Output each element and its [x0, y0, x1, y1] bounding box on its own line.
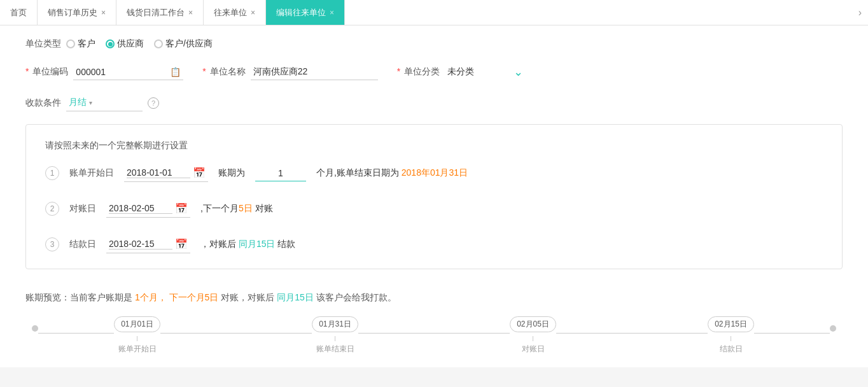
unit-type-group: 单位类型 客户 供应商 客户/供应商 [25, 38, 213, 50]
radio-customer-circle [66, 39, 75, 48]
radio-both[interactable]: 客户/供应商 [154, 38, 213, 50]
tab-sales-history[interactable]: 销售订单历史 × [38, 0, 116, 25]
timeline-node-3: 02月05日 [510, 316, 556, 341]
step-number-1: 1 [45, 166, 59, 180]
unit-category-group: * 单位分类 未分类 ⌄ [397, 62, 526, 81]
preview-middle: 对账，对账后 [221, 292, 274, 302]
timeline-line-1b [160, 333, 236, 334]
radio-supplier[interactable]: 供应商 [106, 38, 144, 50]
timeline-dot-end [830, 325, 836, 332]
timeline-segment-1: 01月01日 账单开始日 [38, 316, 236, 355]
step1-date-input[interactable] [127, 167, 190, 178]
timeline-node-2: 01月31日 [312, 316, 358, 341]
preview-section: 账期预览：当前客户账期是 1个月， 下一个月5日 对账，对账后 同月15日 该客… [25, 282, 843, 304]
timeline-node-4: 02月15日 [708, 316, 754, 341]
tab-more-button[interactable]: › [852, 0, 868, 25]
unit-type-row: 单位类型 客户 供应商 客户/供应商 [25, 38, 843, 50]
tab-edit-partner[interactable]: 编辑往来单位 × [266, 0, 345, 25]
tab-home[interactable]: 首页 [0, 0, 38, 25]
step3-calendar-icon[interactable]: 📅 [175, 238, 188, 250]
unit-type-label: 单位类型 [25, 38, 61, 50]
timeline-dot-start [32, 325, 38, 332]
payment-terms-chevron-icon: ▾ [89, 99, 92, 106]
timeline-badge-2: 01月31日 [312, 316, 358, 332]
unit-category-label: * 单位分类 [397, 66, 440, 78]
unit-name-group: * 单位名称 [202, 64, 377, 80]
step-number-3: 3 [45, 237, 59, 251]
payment-terms-select[interactable]: 月结 ▾ [66, 94, 143, 111]
step1-period-input[interactable] [255, 165, 306, 181]
timeline-line-2b [358, 333, 434, 334]
required-star-code: * [25, 66, 29, 76]
main-content: 单位类型 客户 供应商 客户/供应商 * 单位编码 [0, 25, 868, 367]
step3-date-input-wrapper: 📅 [106, 236, 190, 253]
preview-prefix: 账期预览：当前客户账期是 [25, 292, 132, 302]
preview-part3: 同月15日 [277, 292, 314, 302]
timeline-label-2: 账单结束日 [316, 344, 354, 355]
unit-name-label: * 单位名称 [202, 66, 245, 78]
tab-edit-partner-close[interactable]: × [330, 8, 334, 17]
step3-text: ，对账后 同月15日 结款 [200, 239, 295, 250]
unit-category-value: 未分类 [447, 66, 511, 78]
timeline-badge-4: 02月15日 [708, 316, 754, 332]
step-row-1: 1 账单开始日 📅 账期为 个月,账单结束日期为 2018年01月31日 [45, 164, 823, 182]
required-star-category: * [397, 66, 400, 76]
radio-supplier-label: 供应商 [117, 38, 144, 50]
timeline-node-1: 01月01日 [114, 316, 160, 341]
tab-sales-history-label: 销售订单历史 [48, 7, 97, 18]
timeline-line-3 [434, 333, 510, 334]
step2-text: ,下一个月5日 对账 [200, 203, 273, 215]
help-icon[interactable]: ? [148, 97, 159, 109]
step-number-2: 2 [45, 202, 59, 216]
unit-category-select[interactable]: 未分类 ⌄ [445, 62, 526, 81]
settings-panel: 请按照未来的一个完整帐期进行设置 1 账单开始日 📅 账期为 个月,账单结束日期… [25, 124, 843, 269]
step2-date-input-wrapper: 📅 [106, 200, 190, 218]
tab-sales-history-close[interactable]: × [101, 8, 106, 17]
payment-terms-row: 收款条件 月结 ▾ ? [25, 94, 843, 111]
tab-cash-work-close[interactable]: × [188, 8, 193, 17]
tab-cash-work-label: 钱货日清工作台 [127, 7, 185, 18]
step-label-2: 对账日 [69, 203, 96, 215]
radio-customer[interactable]: 客户 [66, 38, 95, 50]
step3-date-input[interactable] [109, 239, 172, 250]
copy-icon[interactable]: 📋 [170, 67, 181, 77]
tab-partner-units[interactable]: 往来单位 × [204, 0, 266, 25]
tab-partner-units-label: 往来单位 [214, 7, 247, 18]
timeline-label-1: 账单开始日 [118, 344, 157, 355]
unit-code-input[interactable] [76, 67, 165, 77]
timeline-start-dot [32, 316, 38, 332]
step1-suffix-label: 账期为 [218, 167, 245, 179]
payment-terms-value: 月结 [69, 97, 87, 108]
step2-calendar-icon[interactable]: 📅 [175, 202, 188, 215]
radio-group-unit-type: 客户 供应商 客户/供应商 [66, 38, 213, 50]
radio-both-circle [154, 39, 163, 48]
timeline-tick-4 [731, 336, 731, 341]
timeline-tick-3 [533, 336, 533, 341]
step-row-2: 2 对账日 📅 ,下一个月5日 对账 [45, 200, 823, 218]
timeline-line-4b [754, 333, 830, 334]
step2-date-input[interactable] [109, 203, 172, 214]
unit-code-input-wrapper: 📋 [73, 64, 183, 80]
step1-calendar-icon[interactable]: 📅 [193, 167, 206, 179]
preview-part2: 下一个月5日 [169, 292, 219, 302]
step-label-1: 账单开始日 [69, 167, 114, 179]
unit-name-input[interactable] [251, 64, 378, 80]
step-row-3: 3 结款日 📅 ，对账后 同月15日 结款 [45, 236, 823, 253]
radio-both-label: 客户/供应商 [165, 38, 213, 50]
timeline-line-4 [632, 333, 708, 334]
timeline-tick-1 [137, 336, 137, 341]
panel-title: 请按照未来的一个完整帐期进行设置 [45, 140, 823, 151]
timeline-line-1 [38, 333, 114, 334]
tab-cash-work[interactable]: 钱货日清工作台 × [116, 0, 204, 25]
timeline-segment-4: 02月15日 结款日 [632, 316, 830, 355]
step1-highlight-text: 2018年01月31日 [402, 167, 468, 178]
step2-highlight-text: 5日 [239, 203, 253, 213]
radio-supplier-circle [106, 39, 115, 48]
required-star-name: * [202, 66, 206, 76]
tab-partner-units-close[interactable]: × [251, 8, 255, 17]
tabs-bar: 首页 销售订单历史 × 钱货日清工作台 × 往来单位 × 编辑往来单位 × › [0, 0, 868, 25]
step-label-3: 结款日 [69, 239, 96, 250]
timeline-badge-1: 01月01日 [114, 316, 160, 332]
step1-suffix-text: 个月,账单结束日期为 2018年01月31日 [316, 167, 468, 179]
radio-customer-label: 客户 [78, 38, 95, 50]
